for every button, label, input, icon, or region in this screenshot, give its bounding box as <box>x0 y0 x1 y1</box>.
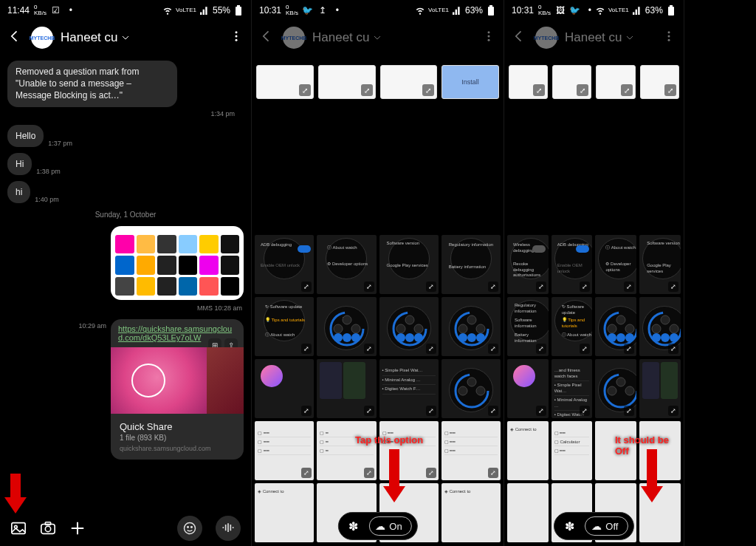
gallery-item[interactable]: ⓘ About watch⚙ Developer options⤢ <box>595 235 636 294</box>
gallery-item[interactable]: ⤢ <box>639 359 681 418</box>
gallery-item[interactable]: ↻ Software update💡 Tips and tutorialsⓘ A… <box>551 297 593 356</box>
back-button[interactable] <box>510 29 528 47</box>
expand-icon[interactable]: ⤢ <box>580 406 590 416</box>
quickshare-message[interactable]: https://quickshare.samsungcloud.com/dkQ5… <box>111 319 244 460</box>
gallery-thumb[interactable]: ⤢ <box>318 65 376 99</box>
gallery-item[interactable]: Regulatory informationSoftware informati… <box>507 297 549 356</box>
gallery-item[interactable]: ▢ ━━▢ Calculator▢ ━━ <box>551 421 593 480</box>
expand-icon[interactable]: ⤢ <box>533 84 545 96</box>
chat-title[interactable]: Haneet cu <box>312 30 472 45</box>
gallery-thumb[interactable]: ⤢ <box>380 65 438 99</box>
expand-icon[interactable]: ⤢ <box>361 84 373 96</box>
expand-icon[interactable]: ⤢ <box>580 281 590 292</box>
gallery-item[interactable]: ◈ Connect to <box>441 483 501 542</box>
gallery-item[interactable]: ⤢ <box>317 359 376 418</box>
expand-icon[interactable]: ⤢ <box>364 344 374 354</box>
expand-icon[interactable]: ⤢ <box>301 406 312 416</box>
gallery-item[interactable]: Software versionGoogle Play services⤢ <box>639 235 681 294</box>
expand-icon[interactable]: ⤢ <box>488 344 498 354</box>
gallery-button[interactable] <box>10 520 27 536</box>
avatar[interactable]: MYTECHB <box>31 27 53 49</box>
image-message[interactable] <box>111 226 244 300</box>
expand-icon[interactable]: ⤢ <box>364 468 374 478</box>
gallery-item[interactable]: Regulatory informationBattery informatio… <box>441 235 501 294</box>
gallery-item[interactable]: ▢ ━▢ ━▢ ━⤢ <box>317 421 376 480</box>
link-preview-card[interactable]: Quick Share 1 file (893 KB) quickshare.s… <box>111 414 244 460</box>
gallery-item[interactable]: ⤢ <box>507 359 549 418</box>
gallery-thumb[interactable]: ⤢ <box>596 65 635 99</box>
expand-icon[interactable]: ⤢ <box>364 406 374 416</box>
share-icon[interactable]: ⇪ <box>224 338 238 352</box>
expand-icon[interactable]: ⤢ <box>668 281 678 292</box>
more-button[interactable] <box>480 30 498 46</box>
chat-title[interactable]: Haneet cu <box>565 30 653 45</box>
expand-icon[interactable]: ⤢ <box>580 344 590 354</box>
expand-icon[interactable]: ⤢ <box>426 281 436 292</box>
gallery-thumb[interactable]: ⤢ <box>552 65 591 99</box>
voice-button[interactable] <box>216 516 241 541</box>
expand-icon[interactable]: ⤢ <box>664 84 676 96</box>
expand-icon[interactable]: ⤢ <box>536 406 546 416</box>
message-bubble[interactable]: hi <box>7 181 30 203</box>
gallery-grid[interactable]: ADB debuggingEnable OEM unlock⤢ ⓘ About … <box>252 235 504 546</box>
avatar[interactable]: MYTECHB <box>535 27 557 49</box>
expand-icon[interactable]: ⤢ <box>668 344 678 354</box>
gallery-item[interactable]: Software versionGoogle Play services⤢ <box>379 235 439 294</box>
gallery-thumb[interactable]: ⤢ <box>509 65 548 99</box>
gallery-sync-toggle[interactable]: ✽ ☁ On <box>337 512 417 540</box>
expand-icon[interactable]: ⤢ <box>301 344 312 354</box>
gallery-thumb[interactable]: ⤢ <box>256 65 314 99</box>
expand-icon[interactable]: ⤢ <box>426 406 436 416</box>
gallery-item[interactable]: ◈ Connect to <box>255 483 314 542</box>
gallery-thumb-install[interactable]: Install <box>441 65 499 99</box>
add-button[interactable] <box>69 520 86 536</box>
expand-icon[interactable]: ⤢ <box>488 281 498 292</box>
gallery-item[interactable]: ▢ ━━▢ ━━▢ ━━⤢ <box>255 421 314 480</box>
gallery-item[interactable]: 70%⤢ <box>317 297 376 356</box>
more-button[interactable] <box>227 30 245 46</box>
grid-icon[interactable]: ⊞ <box>208 338 221 352</box>
gallery-item[interactable]: ⤢ <box>639 297 681 356</box>
toggle-state[interactable]: ☁ Off <box>585 516 628 536</box>
back-button[interactable] <box>258 29 275 47</box>
gallery-item[interactable]: ⤢ <box>441 359 501 418</box>
gallery-item[interactable]: • Simple Pixel Wat…• Minimal Analog …• D… <box>379 359 439 418</box>
gallery-thumb[interactable]: ⤢ <box>640 65 679 99</box>
expand-icon[interactable]: ⤢ <box>301 281 312 292</box>
expand-icon[interactable]: ⤢ <box>364 281 374 292</box>
message-bubble[interactable]: Hello <box>7 125 44 147</box>
chat-title[interactable]: Haneet cu <box>61 30 220 45</box>
toggle-state[interactable]: ☁ On <box>368 516 411 536</box>
message-bubble[interactable]: Removed a question mark from "Unable to … <box>7 61 177 107</box>
expand-icon[interactable]: ⤢ <box>624 406 634 416</box>
expand-icon[interactable]: ⤢ <box>426 468 436 478</box>
expand-icon[interactable]: ⤢ <box>624 344 634 354</box>
gallery-item[interactable]: ⤢ <box>379 297 439 356</box>
back-button[interactable] <box>6 29 24 47</box>
gallery-item[interactable]: ⤢ <box>595 297 636 356</box>
avatar[interactable]: MYTECHB <box>283 27 305 49</box>
gallery-item[interactable]: ↻ Software update💡 Tips and tutorialsⓘ A… <box>255 297 314 356</box>
message-bubble[interactable]: Hi <box>7 153 32 175</box>
more-button[interactable] <box>660 30 678 46</box>
gallery-item[interactable]: ADB debuggingEnable OEM unlock⤢ <box>255 235 314 294</box>
expand-icon[interactable]: ⤢ <box>301 468 312 478</box>
expand-icon[interactable]: ⤢ <box>536 281 546 292</box>
expand-icon[interactable]: ⤢ <box>422 84 434 96</box>
gallery-item[interactable]: …and fitness watch faces• Simple Pixel W… <box>551 359 593 418</box>
expand-icon[interactable]: ⤢ <box>624 281 634 292</box>
gallery-item[interactable] <box>507 483 549 542</box>
gallery-item[interactable]: ⤢ <box>255 359 314 418</box>
gallery-sync-toggle[interactable]: ✽ ☁ Off <box>554 512 633 540</box>
gallery-item[interactable]: ⤢ <box>441 297 501 356</box>
expand-icon[interactable]: ⤢ <box>536 344 546 354</box>
expand-icon[interactable]: ⤢ <box>488 468 498 478</box>
gallery-item[interactable]: ▢ ━━▢ ━━▢ ━━⤢ <box>441 421 501 480</box>
gallery-item[interactable]: ADB debuggingEnable OEM unlock⤢ <box>551 235 593 294</box>
camera-button[interactable] <box>40 520 56 536</box>
expand-icon[interactable]: ⤢ <box>488 406 498 416</box>
gallery-item[interactable]: Wireless debuggingRevoke debugging autho… <box>507 235 549 294</box>
expand-icon[interactable]: ⤢ <box>426 344 436 354</box>
gallery-item[interactable]: ⤢ <box>595 359 636 418</box>
gallery-item[interactable]: ◈ Connect to <box>507 421 549 480</box>
